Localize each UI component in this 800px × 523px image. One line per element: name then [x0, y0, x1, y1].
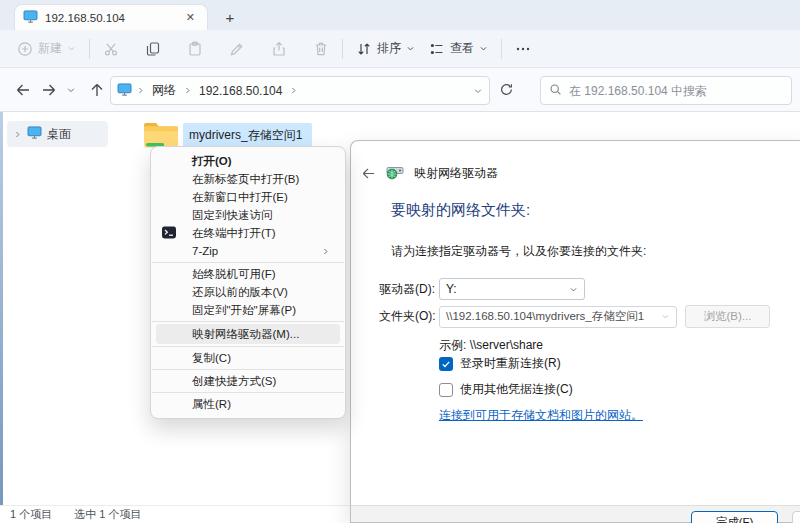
menu-item-open-terminal[interactable]: 在终端中打开(T) — [156, 224, 340, 242]
connect-website-link[interactable]: 连接到可用于存储文档和图片的网站。 — [439, 407, 643, 424]
reconnect-row[interactable]: 登录时重新连接(R) — [439, 355, 561, 372]
dialog-header: 映射网络驱动器 — [361, 163, 498, 184]
address-bar[interactable]: 网络 192.168.50.104 — [110, 76, 490, 105]
tab-title: 192.168.50.104 — [45, 12, 175, 24]
breadcrumb-host[interactable]: 192.168.50.104 — [196, 82, 285, 100]
menu-item-open[interactable]: 打开(O) — [156, 152, 340, 170]
monitor-icon — [117, 83, 132, 99]
rename-icon — [229, 41, 245, 57]
back-icon[interactable] — [361, 166, 376, 181]
monitor-icon — [27, 126, 42, 142]
map-drive-icon — [386, 163, 404, 184]
menu-item-create-shortcut[interactable]: 创建快捷方式(S) — [156, 372, 340, 390]
dialog-heading: 要映射的网络文件夹: — [391, 201, 530, 220]
file-name-selected: mydrivers_存储空间1 — [183, 123, 312, 148]
terminal-icon — [162, 226, 176, 241]
dialog-subheading: 请为连接指定驱动器号，以及你要连接的文件夹: — [391, 243, 646, 260]
folder-row: 文件夹(O): \\192.168.50.104\mydrivers_存储空间1… — [379, 305, 770, 328]
toolbar-divider — [89, 39, 90, 59]
tab-bar: 192.168.50.104 ✕ + — [0, 0, 800, 30]
chevron-right-icon — [321, 247, 330, 256]
folder-combobox[interactable]: \\192.168.50.104\mydrivers_存储空间1 — [439, 306, 677, 328]
credentials-row[interactable]: 使用其他凭据连接(C) — [439, 381, 573, 398]
command-bar: 新建 排序 查看 — [0, 30, 800, 68]
menu-separator — [152, 369, 344, 370]
sort-icon — [356, 41, 372, 57]
paste-button[interactable] — [180, 35, 210, 63]
chevron-down-icon — [67, 42, 76, 56]
new-tab-button[interactable]: + — [218, 6, 242, 28]
close-icon[interactable]: ✕ — [182, 10, 199, 25]
delete-icon — [313, 41, 329, 57]
view-icon — [429, 41, 445, 57]
chevron-right-icon — [13, 130, 22, 139]
menu-item-pin-quick-access[interactable]: 固定到快速访问 — [156, 206, 340, 224]
cut-icon — [103, 41, 119, 57]
menu-item-pin-start[interactable]: 固定到"开始"屏幕(P) — [156, 301, 340, 319]
navigation-bar: 网络 192.168.50.104 — [0, 68, 800, 112]
cut-button[interactable] — [96, 35, 126, 63]
toolbar-divider — [501, 39, 502, 59]
explorer-tab[interactable]: 192.168.50.104 ✕ — [14, 4, 208, 30]
drive-select[interactable]: Y: — [439, 278, 585, 300]
example-text: 示例: \\server\share — [439, 337, 543, 354]
search-box[interactable] — [540, 76, 792, 105]
search-icon — [549, 82, 562, 100]
folder-label: 文件夹(O): — [379, 308, 439, 325]
cancel-button[interactable] — [792, 511, 800, 523]
forward-button[interactable] — [36, 77, 62, 103]
more-icon — [515, 41, 531, 57]
menu-item-7zip[interactable]: 7-Zip — [156, 242, 340, 260]
chevron-right-icon — [183, 86, 192, 95]
back-button[interactable] — [10, 77, 36, 103]
recent-locations-button[interactable] — [62, 77, 80, 103]
chevron-down-icon — [406, 42, 415, 56]
item-count: 1 个项目 — [10, 507, 52, 522]
copy-button[interactable] — [138, 35, 168, 63]
menu-item-copy[interactable]: 复制(C) — [156, 349, 340, 367]
menu-item-restore-versions[interactable]: 还原以前的版本(V) — [156, 283, 340, 301]
chevron-right-icon — [289, 86, 298, 95]
selected-count: 选中 1 个项目 — [74, 507, 141, 522]
menu-item-always-offline[interactable]: 始终脱机可用(F) — [156, 265, 340, 283]
monitor-icon — [23, 9, 38, 27]
chevron-down-icon — [479, 42, 488, 56]
finish-button[interactable]: 完成(F) — [691, 511, 778, 523]
dialog-title: 映射网络驱动器 — [414, 165, 498, 182]
menu-item-properties[interactable]: 属性(R) — [156, 395, 340, 413]
up-button[interactable] — [84, 77, 110, 103]
sort-button[interactable]: 排序 — [349, 35, 422, 63]
menu-item-map-network-drive[interactable]: 映射网络驱动器(M)... — [156, 324, 340, 344]
chevron-down-icon — [661, 312, 670, 321]
menu-item-open-new-window[interactable]: 在新窗口中打开(E) — [156, 188, 340, 206]
copy-icon — [145, 41, 161, 57]
credentials-checkbox-unchecked[interactable] — [439, 383, 453, 397]
reconnect-checkbox-checked[interactable] — [439, 357, 453, 371]
search-input[interactable] — [569, 84, 783, 98]
drive-label: 驱动器(D): — [379, 281, 439, 298]
sidebar-item-desktop[interactable]: 桌面 — [7, 121, 108, 147]
rename-button[interactable] — [222, 35, 252, 63]
credentials-label: 使用其他凭据连接(C) — [460, 381, 573, 398]
breadcrumb-network[interactable]: 网络 — [149, 80, 179, 101]
refresh-button[interactable] — [499, 82, 514, 101]
drive-row: 驱动器(D): Y: — [379, 278, 585, 300]
sidebar-item-label: 桌面 — [47, 126, 71, 143]
sidebar: 桌面 — [3, 112, 112, 505]
file-explorer-window: 192.168.50.104 ✕ + 新建 — [0, 0, 800, 523]
share-icon — [271, 41, 287, 57]
paste-icon — [187, 41, 203, 57]
menu-item-open-new-tab[interactable]: 在新标签页中打开(B) — [156, 170, 340, 188]
menu-separator — [152, 262, 344, 263]
delete-button[interactable] — [306, 35, 336, 63]
view-button[interactable]: 查看 — [422, 35, 495, 63]
new-button[interactable]: 新建 — [10, 35, 83, 63]
browse-button[interactable]: 浏览(B)... — [685, 305, 770, 328]
dialog-footer: 完成(F) — [351, 505, 800, 522]
chevron-down-icon[interactable] — [473, 86, 483, 96]
more-button[interactable] — [508, 35, 538, 63]
chevron-down-icon — [569, 285, 578, 294]
menu-separator — [152, 392, 344, 393]
context-menu: 打开(O) 在新标签页中打开(B) 在新窗口中打开(E) 固定到快速访问 在终端… — [150, 146, 346, 419]
share-button[interactable] — [264, 35, 294, 63]
